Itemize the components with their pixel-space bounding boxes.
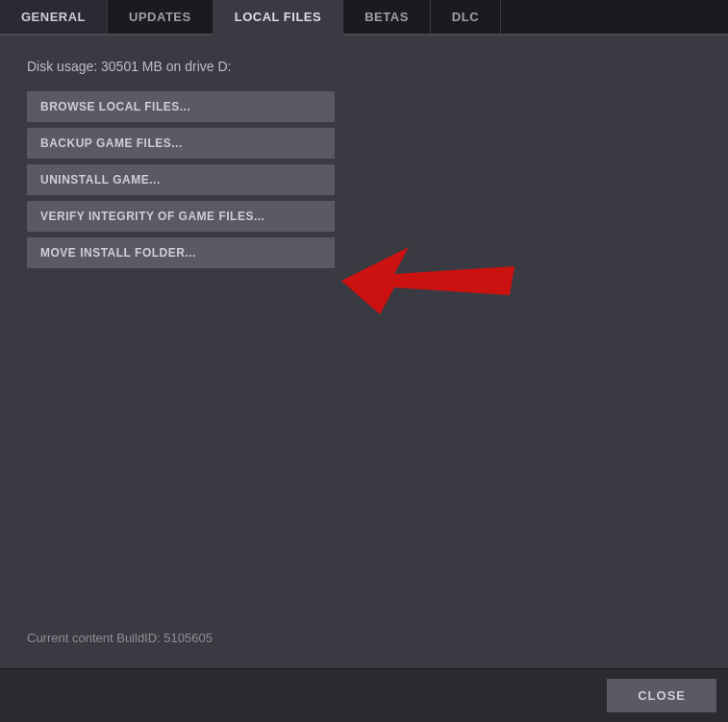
arrow-annotation <box>341 237 515 324</box>
verify-integrity-button[interactable]: VERIFY INTEGRITY OF GAME FILES... <box>27 201 335 232</box>
tab-local-files[interactable]: LOCAL FILES <box>213 0 343 36</box>
footer-bar: CLOSE <box>0 668 728 722</box>
build-id-label: Current content BuildID: 5105605 <box>27 631 213 645</box>
disk-usage-label: Disk usage: 30501 MB on drive D: <box>27 59 701 74</box>
tab-updates[interactable]: UPDATES <box>108 0 213 34</box>
backup-game-files-button[interactable]: BACKUP GAME FILES... <box>27 128 335 159</box>
move-install-folder-button[interactable]: MOVE INSTALL FOLDER... <box>27 237 335 268</box>
uninstall-game-button[interactable]: UNINSTALL GAME... <box>27 164 335 195</box>
svg-marker-0 <box>341 247 515 314</box>
main-content: Disk usage: 30501 MB on drive D: BROWSE … <box>0 36 728 668</box>
tab-dlc[interactable]: DLC <box>431 0 501 34</box>
close-button[interactable]: CLOSE <box>607 679 716 712</box>
tab-betas[interactable]: BETAS <box>343 0 431 34</box>
browse-local-files-button[interactable]: BROWSE LOCAL FILES... <box>27 91 335 122</box>
tab-general[interactable]: GENERAL <box>0 0 108 34</box>
tab-bar: GENERAL UPDATES LOCAL FILES BETAS DLC <box>0 0 728 36</box>
action-buttons-section: BROWSE LOCAL FILES... BACKUP GAME FILES.… <box>27 91 335 268</box>
